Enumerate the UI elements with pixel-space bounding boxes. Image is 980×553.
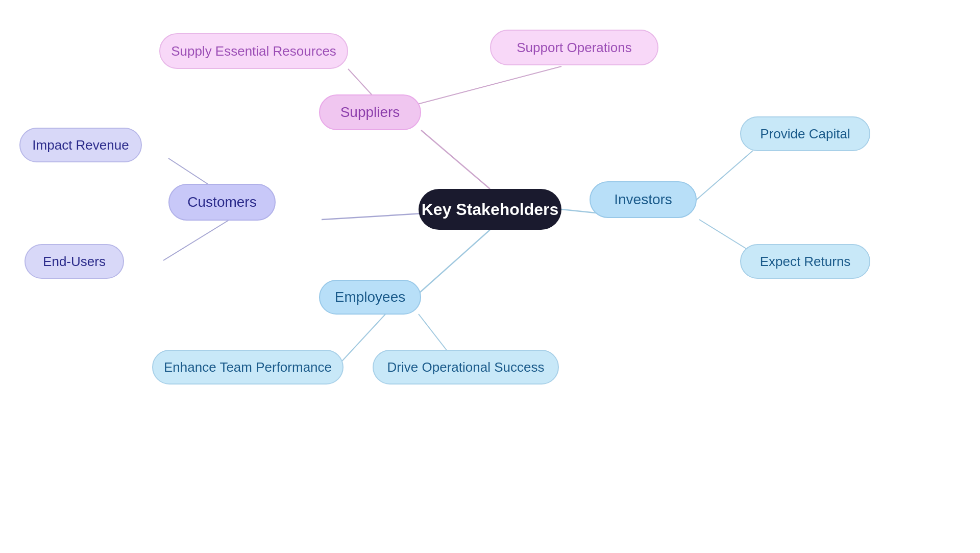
svg-line-2	[406, 66, 561, 107]
enhance-team-node: Enhance Team Performance	[152, 350, 344, 384]
provide-capital-node: Provide Capital	[740, 116, 870, 151]
support-ops-label: Support Operations	[517, 40, 631, 56]
supply-essential-node: Supply Essential Resources	[159, 33, 348, 69]
employees-label: Employees	[335, 289, 406, 305]
suppliers-label: Suppliers	[340, 104, 400, 121]
center-label: Key Stakeholders	[422, 200, 559, 219]
customers-label: Customers	[187, 194, 256, 210]
drive-ops-label: Drive Operational Success	[387, 359, 545, 375]
svg-line-5	[163, 220, 230, 260]
enhance-team-label: Enhance Team Performance	[164, 359, 332, 375]
drive-ops-node: Drive Operational Success	[373, 350, 559, 384]
suppliers-node: Suppliers	[319, 94, 421, 130]
provide-capital-label: Provide Capital	[760, 126, 850, 142]
supply-essential-label: Supply Essential Resources	[171, 43, 336, 59]
support-ops-node: Support Operations	[490, 30, 658, 65]
svg-line-8	[699, 220, 753, 253]
svg-line-7	[694, 151, 753, 202]
expect-returns-label: Expect Returns	[760, 254, 851, 270]
employees-node: Employees	[319, 280, 421, 315]
impact-revenue-label: Impact Revenue	[32, 137, 129, 153]
end-users-node: End-Users	[24, 244, 124, 279]
svg-line-9	[419, 230, 490, 294]
customers-node: Customers	[168, 184, 276, 221]
investors-node: Investors	[590, 181, 697, 218]
investors-label: Investors	[614, 191, 672, 208]
end-users-label: End-Users	[43, 254, 106, 270]
expect-returns-node: Expect Returns	[740, 244, 870, 279]
impact-revenue-node: Impact Revenue	[19, 128, 142, 162]
svg-line-0	[421, 130, 490, 189]
center-node: Key Stakeholders	[419, 189, 561, 230]
